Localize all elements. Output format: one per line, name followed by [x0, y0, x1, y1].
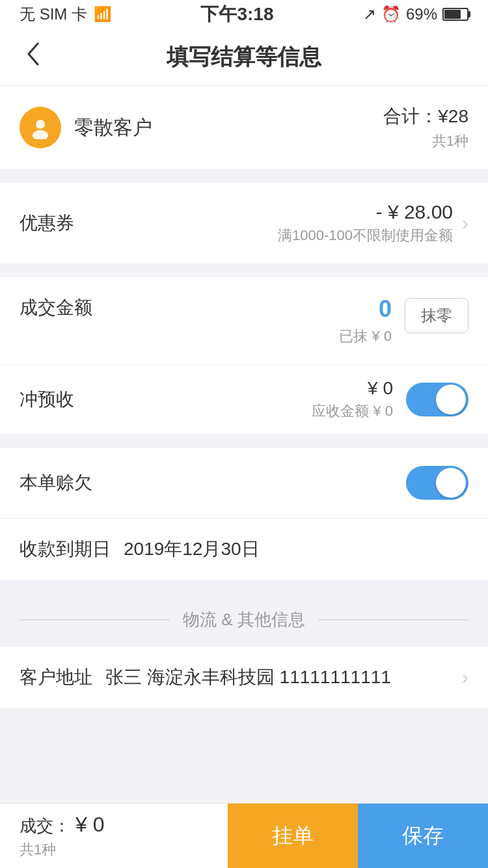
- battery-label: 69%: [406, 5, 437, 23]
- divider-2: [0, 264, 488, 277]
- amount-value-col: 0 已抹 ¥ 0: [339, 295, 392, 346]
- debt-section: 本单赊欠 收款到期日 2019年12月30日: [0, 448, 488, 580]
- amount-sub: 已抹 ¥ 0: [339, 327, 392, 346]
- coupon-right: - ¥ 28.00 满1000-100不限制使用金额 ›: [278, 201, 468, 245]
- battery-fill: [444, 10, 461, 19]
- amount-right: 0 已抹 ¥ 0 抹零: [339, 295, 468, 346]
- amount-row: 成交金额 0 已抹 ¥ 0 抹零: [0, 277, 488, 365]
- bottom-bar: 成交： ¥ 0 共1种 挂单 保存: [0, 803, 488, 868]
- customer-row: 零散客户 合计：¥28 共1种: [0, 86, 488, 170]
- amount-label: 成交金额: [20, 295, 92, 320]
- coupon-section[interactable]: 优惠券 - ¥ 28.00 满1000-100不限制使用金额 ›: [0, 183, 488, 264]
- bottom-amount: ¥ 0: [75, 813, 104, 837]
- address-value: 张三 海淀永丰科技园 11111111111: [105, 665, 462, 690]
- logistics-line-left: [20, 619, 170, 620]
- status-bar: 无 SIM 卡 📶 下午3:18 ↗ ⏰ 69%: [0, 0, 488, 29]
- prepay-label: 冲预收: [20, 387, 74, 412]
- battery-bar: [442, 8, 468, 21]
- wifi-icon: 📶: [94, 6, 111, 23]
- content-area: 零散客户 合计：¥28 共1种 优惠券 - ¥ 28.00 满1000-100不…: [0, 86, 488, 787]
- coupon-discount: - ¥ 28.00: [278, 201, 453, 223]
- svg-point-0: [36, 120, 45, 129]
- amount-value: 0: [339, 295, 392, 323]
- status-time: 下午3:18: [200, 2, 273, 27]
- customer-total: 合计：¥28: [383, 104, 468, 129]
- customer-count: 共1种: [383, 131, 468, 151]
- customer-section: 零散客户 合计：¥28 共1种: [0, 86, 488, 170]
- round-button[interactable]: 抹零: [405, 298, 468, 333]
- coupon-chevron-icon: ›: [462, 212, 468, 234]
- logistics-line-right: [318, 619, 468, 620]
- coupon-desc: 满1000-100不限制使用金额: [278, 226, 453, 245]
- logistics-section: 物流 & 其他信息: [0, 593, 488, 647]
- divider-3: [0, 435, 488, 448]
- bottom-deal-label: 成交：: [20, 815, 70, 837]
- avatar: [20, 107, 61, 148]
- alarm-icon: ⏰: [381, 5, 401, 23]
- bottom-deal-row: 成交： ¥ 0: [20, 813, 208, 837]
- logistics-text: 物流 & 其他信息: [183, 608, 305, 631]
- status-left: 无 SIM 卡 📶: [20, 4, 111, 25]
- save-button[interactable]: 保存: [358, 804, 488, 868]
- nav-bar: 填写结算等信息: [0, 29, 488, 86]
- bottom-count: 共1种: [20, 840, 208, 860]
- debt-toggle-knob: [436, 468, 466, 498]
- coupon-row[interactable]: 优惠券 - ¥ 28.00 满1000-100不限制使用金额 ›: [0, 183, 488, 264]
- coupon-text-col: - ¥ 28.00 满1000-100不限制使用金额: [278, 201, 453, 245]
- address-label: 客户地址: [20, 665, 92, 690]
- address-section: 客户地址 张三 海淀永丰科技园 11111111111 ›: [0, 647, 488, 709]
- customer-right: 合计：¥28 共1种: [383, 104, 468, 151]
- carrier-label: 无 SIM 卡: [20, 4, 87, 25]
- prepay-text-col: ¥ 0 应收金额 ¥ 0: [312, 378, 393, 421]
- customer-left: 零散客户: [20, 107, 152, 148]
- hang-button[interactable]: 挂单: [228, 804, 358, 868]
- status-right: ↗ ⏰ 69%: [363, 5, 468, 23]
- logistics-divider: 物流 & 其他信息: [20, 608, 468, 631]
- address-right: ›: [462, 666, 468, 688]
- page-title: 填写结算等信息: [167, 42, 321, 72]
- prepay-row: 冲预收 ¥ 0 应收金额 ¥ 0: [0, 365, 488, 435]
- due-date-row: 收款到期日 2019年12月30日: [0, 519, 488, 580]
- customer-name: 零散客户: [74, 115, 152, 141]
- address-row[interactable]: 客户地址 张三 海淀永丰科技园 11111111111 ›: [0, 647, 488, 709]
- debt-toggle[interactable]: [406, 466, 468, 500]
- transaction-section: 成交金额 0 已抹 ¥ 0 抹零 冲预收 ¥ 0 应收金额 ¥ 0: [0, 277, 488, 435]
- address-chevron-icon: ›: [462, 666, 468, 688]
- debt-row: 本单赊欠: [0, 448, 488, 519]
- svg-point-1: [33, 130, 48, 139]
- coupon-label: 优惠券: [20, 211, 74, 236]
- due-date-label: 收款到期日: [20, 537, 111, 562]
- toggle-knob: [436, 385, 466, 414]
- prepay-receivable: 应收金额 ¥ 0: [312, 401, 393, 421]
- due-date-value: 2019年12月30日: [124, 537, 260, 562]
- divider-4: [0, 580, 488, 593]
- divider-1: [0, 170, 488, 183]
- location-icon: ↗: [363, 5, 376, 23]
- prepay-right: ¥ 0 应收金额 ¥ 0: [312, 378, 468, 421]
- bottom-info: 成交： ¥ 0 共1种: [0, 804, 228, 868]
- prepay-amount: ¥ 0: [312, 378, 393, 399]
- debt-label: 本单赊欠: [20, 470, 92, 495]
- prepay-toggle[interactable]: [406, 383, 468, 416]
- back-button[interactable]: [20, 34, 48, 79]
